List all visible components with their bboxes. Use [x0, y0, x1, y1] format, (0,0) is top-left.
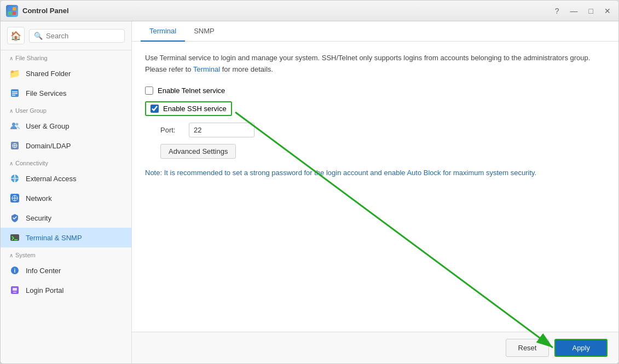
description-text: Use Terminal service to login and manage…: [145, 53, 605, 76]
svg-point-9: [16, 123, 19, 126]
maximize-button[interactable]: □: [587, 5, 595, 16]
svg-text:i: i: [14, 268, 16, 274]
sidebar-item-security[interactable]: Security: [1, 208, 131, 228]
sidebar-item-label: Domain/LDAP: [26, 142, 71, 150]
sidebar-item-user-group[interactable]: User & Group: [1, 116, 131, 136]
telnet-option-row: Enable Telnet service: [145, 86, 605, 95]
svg-rect-25: [13, 288, 17, 291]
title-bar-left: Control Panel: [6, 5, 69, 17]
info-icon: i: [9, 265, 20, 276]
close-button[interactable]: ✕: [602, 5, 613, 16]
sidebar-home: 🏠 🔍: [1, 21, 131, 50]
sidebar-item-label: User & Group: [26, 122, 69, 130]
content-area: Use Terminal service to login and manage…: [132, 42, 618, 332]
help-button[interactable]: ?: [553, 5, 562, 16]
section-label-user-group: User Group: [15, 107, 47, 114]
auto-block-link[interactable]: Auto Block: [407, 169, 441, 177]
section-header-user-group[interactable]: ∧ User Group: [1, 103, 131, 116]
svg-rect-26: [13, 292, 16, 293]
network-icon: [9, 193, 20, 204]
search-box: 🔍: [29, 29, 125, 43]
advanced-settings-button[interactable]: Advanced Settings: [160, 144, 236, 159]
apply-button[interactable]: Apply: [554, 339, 608, 357]
folder-icon: 📁: [9, 68, 20, 79]
control-panel-window: Control Panel ? — □ ✕ 🏠 🔍: [0, 0, 619, 364]
port-row: Port:: [160, 123, 605, 137]
port-label: Port:: [160, 126, 182, 134]
reset-button[interactable]: Reset: [506, 339, 549, 357]
terminal-link[interactable]: Terminal: [193, 65, 220, 73]
sidebar-item-label: File Services: [26, 89, 66, 97]
collapse-arrow-system: ∧: [9, 252, 13, 258]
collapse-arrow-file-sharing: ∧: [9, 55, 13, 61]
ssh-label: Enable SSH service: [163, 105, 227, 113]
note-text: Note: It is recommended to set a strong …: [145, 167, 605, 179]
svg-rect-2: [8, 11, 11, 15]
svg-rect-6: [12, 93, 18, 94]
svg-point-8: [12, 123, 15, 126]
advanced-settings-row: Advanced Settings: [145, 144, 605, 159]
title-bar-controls: ? — □ ✕: [553, 5, 613, 16]
ssh-checkbox[interactable]: [151, 105, 159, 113]
sidebar-item-label: Login Portal: [26, 286, 63, 294]
sidebar-item-info-center[interactable]: i Info Center: [1, 261, 131, 280]
section-label-system: System: [15, 252, 36, 258]
sidebar-item-shared-folder[interactable]: 📁 Shared Folder: [1, 63, 131, 83]
sidebar-item-file-services[interactable]: File Services: [1, 83, 131, 103]
search-input[interactable]: [46, 32, 120, 40]
tab-terminal[interactable]: Terminal: [141, 21, 185, 42]
telnet-checkbox-wrapper[interactable]: Enable Telnet service: [145, 86, 225, 95]
sidebar-item-network[interactable]: Network: [1, 188, 131, 208]
sidebar: 🏠 🔍 ∧ File Sharing 📁 Shared Folder: [1, 21, 132, 363]
portal-icon: [9, 285, 20, 296]
security-icon: [9, 212, 20, 223]
domain-icon: [9, 140, 20, 151]
ssh-checkbox-group: Enable SSH service: [145, 101, 232, 116]
svg-rect-0: [8, 7, 11, 10]
main-content: Terminal SNMP Use Terminal service to lo…: [132, 21, 618, 363]
collapse-arrow-user-group: ∧: [9, 108, 13, 114]
external-access-icon: [9, 173, 20, 184]
tab-bar: Terminal SNMP: [132, 21, 618, 42]
telnet-label: Enable Telnet service: [158, 86, 225, 95]
sidebar-item-domain-ldap[interactable]: Domain/LDAP: [1, 136, 131, 155]
section-label-connectivity: Connectivity: [15, 160, 48, 166]
svg-rect-7: [12, 95, 15, 96]
sidebar-item-label: Security: [26, 214, 51, 222]
minimize-button[interactable]: —: [568, 5, 580, 16]
terminal-icon: [9, 232, 20, 243]
telnet-checkbox[interactable]: [145, 86, 153, 95]
section-header-system[interactable]: ∧ System: [1, 247, 131, 261]
section-header-connectivity[interactable]: ∧ Connectivity: [1, 155, 131, 169]
section-label-file-sharing: File Sharing: [15, 55, 48, 61]
window-title: Control Panel: [22, 7, 69, 15]
svg-rect-1: [13, 7, 16, 10]
footer-bar: Reset Apply: [132, 332, 618, 363]
svg-rect-3: [13, 11, 16, 15]
sidebar-item-external-access[interactable]: External Access: [1, 169, 131, 188]
search-icon: 🔍: [34, 32, 43, 40]
collapse-arrow-connectivity: ∧: [9, 160, 13, 166]
tab-snmp[interactable]: SNMP: [185, 21, 223, 42]
ssh-option-row: Enable SSH service: [145, 101, 605, 116]
section-header-file-sharing[interactable]: ∧ File Sharing: [1, 50, 131, 63]
port-input[interactable]: [189, 123, 254, 137]
users-icon: [9, 120, 20, 131]
file-icon: [9, 88, 20, 99]
sidebar-item-login-portal[interactable]: Login Portal: [1, 280, 131, 300]
ssh-checkbox-wrapper[interactable]: Enable SSH service: [151, 105, 227, 113]
sidebar-item-label: External Access: [26, 175, 77, 183]
sidebar-item-label: Info Center: [26, 267, 61, 275]
home-button[interactable]: 🏠: [7, 27, 25, 44]
window-body: 🏠 🔍 ∧ File Sharing 📁 Shared Folder: [1, 21, 618, 363]
sidebar-item-label: Shared Folder: [26, 70, 71, 78]
sidebar-item-label: Terminal & SNMP: [26, 234, 82, 242]
sidebar-item-terminal-snmp[interactable]: Terminal & SNMP: [1, 228, 131, 247]
title-bar: Control Panel ? — □ ✕: [1, 1, 618, 21]
svg-rect-5: [12, 91, 18, 93]
app-icon: [6, 5, 18, 17]
sidebar-item-label: Network: [26, 194, 52, 203]
